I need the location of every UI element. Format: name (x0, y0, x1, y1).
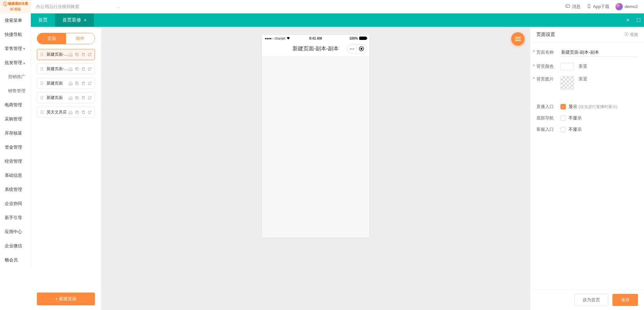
avatar (615, 3, 623, 10)
logo[interactable]: 畅捷通好生意 标准版 (0, 0, 31, 13)
svg-point-0 (3, 2, 7, 6)
app-download-link[interactable]: App下载 (587, 4, 609, 10)
tabs-bar: 首页 首页装修 × × (0, 13, 644, 27)
messages-link[interactable]: 消息 (565, 4, 581, 10)
phone-icon (587, 4, 591, 10)
logo-text: 畅捷通好生意 (3, 1, 28, 6)
sidebar: 搜索菜单快捷导航零售管理▼批发管理▲营销推广销售管理电商管理采购管理库存核算资金… (0, 13, 31, 27)
user-menu[interactable]: demo2 (615, 3, 638, 10)
tab-home[interactable]: 首页 (31, 13, 55, 27)
chevron-down-icon: ⌄ (116, 4, 120, 9)
account-name: 办公用品行业模拟账套 (36, 4, 79, 10)
fullscreen-icon[interactable] (633, 13, 644, 27)
sidebar-item[interactable]: 搜索菜单 (0, 13, 31, 27)
close-tab-icon[interactable]: × (84, 18, 87, 22)
top-header: 畅捷通好生意 标准版 办公用品行业模拟账套 ⌄ 消息 App下载 demo2 (0, 0, 644, 13)
account-selector[interactable]: 办公用品行业模拟账套 ⌄ (36, 4, 120, 10)
svg-rect-1 (566, 5, 570, 7)
header-actions: 消息 App下载 demo2 (565, 3, 644, 10)
tab-home-decoration[interactable]: 首页装修 × (55, 13, 94, 27)
logo-edition: 标准版 (10, 7, 21, 12)
close-all-tabs-icon[interactable]: × (623, 13, 633, 27)
message-icon (565, 4, 570, 10)
